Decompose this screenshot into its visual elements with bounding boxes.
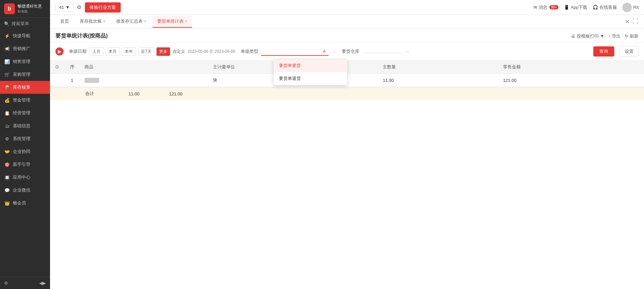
- finance-icon: 💰: [4, 98, 10, 103]
- footer-quantity: 11.00: [128, 91, 169, 96]
- export-label: 导出: [612, 33, 621, 39]
- dropdown-item-0[interactable]: 要货单要货: [273, 59, 347, 72]
- apps-icon: 🔲: [4, 175, 10, 180]
- date-custom-btn[interactable]: 自定义: [173, 49, 185, 54]
- sidebar-item-finance[interactable]: 💰 资金管理: [0, 94, 50, 107]
- logo-area: b 畅捷通好生意 标准版: [0, 0, 50, 18]
- sidebar-item-label: 畅会员: [13, 200, 26, 206]
- content-area: 要货单统计表(按商品) 🖨 按模板打印 ▼ ↑ 导出 ↻ 刷新: [50, 28, 644, 289]
- tab-order-stat-label: 要货单统计表: [157, 18, 184, 24]
- date-btn-this-year[interactable]: 本年: [122, 47, 136, 56]
- tab-order-stat-close[interactable]: ×: [185, 19, 187, 24]
- user-avatar: [622, 3, 632, 12]
- product-name-blurred: [85, 78, 99, 83]
- tab-batch-account-close[interactable]: ×: [103, 19, 105, 24]
- tab-order-stat[interactable]: 要货单统计表 ×: [152, 16, 192, 28]
- sidebar-item-quick-nav[interactable]: ⚡ 快捷导航: [0, 29, 50, 42]
- search-menu[interactable]: 🔍 搜索菜单: [0, 18, 50, 29]
- print-button[interactable]: 🖨 按模板打印 ▼: [571, 33, 604, 39]
- type-label: 单据类型: [241, 48, 258, 54]
- tab-expand-icon[interactable]: ⛶: [633, 18, 639, 25]
- type-more-icon[interactable]: ···: [333, 49, 336, 54]
- date-label: 单据日期: [69, 48, 87, 54]
- tabs-bar: 首页 库存批次账 × 收发存汇总表 × 要货单统计表 × ✕ ⛶: [50, 15, 644, 28]
- tab-home[interactable]: 首页: [55, 16, 74, 28]
- sidebar-item-label: 采购管理: [13, 71, 30, 77]
- footer-label: 合计: [54, 91, 128, 97]
- logo-text-block: 畅捷通好生意 标准版: [18, 4, 42, 14]
- sidebar-item-system[interactable]: ⚙ 系统管理: [0, 132, 50, 145]
- sidebar-item-label: 经营管理: [13, 110, 30, 116]
- row-settings-cell: [50, 74, 64, 87]
- settings-button[interactable]: 设置: [620, 46, 639, 57]
- date-btn-this-month[interactable]: 本月: [105, 47, 120, 56]
- refresh-button[interactable]: ↻ 刷新: [625, 33, 639, 39]
- sidebar-item-guide[interactable]: 🎯 新手引导: [0, 158, 50, 171]
- tab-batch-account-label: 库存批次账: [80, 18, 102, 24]
- sidebar-item-marketing[interactable]: 📢 营销推广: [0, 42, 50, 55]
- filter-expand-button[interactable]: ▶: [55, 47, 64, 55]
- bottom-collapse-icon[interactable]: ◀▶: [39, 281, 46, 286]
- tab-recv-send[interactable]: 收发存汇总表 ×: [112, 16, 151, 28]
- sidebar-item-label: 快捷导航: [13, 33, 30, 39]
- date-btn-more[interactable]: 更多: [157, 47, 170, 56]
- sidebar-item-purchase[interactable]: 🛒 采购管理: [0, 68, 50, 81]
- sidebar-item-label: 销售管理: [13, 59, 30, 65]
- row-amount-cell: 121.00: [499, 74, 644, 87]
- search-icon: 🔍: [4, 21, 9, 26]
- row-product-cell: [80, 74, 209, 87]
- table-settings-icon[interactable]: ⚙: [55, 64, 59, 70]
- warehouse-more-icon[interactable]: ···: [405, 49, 409, 54]
- warehouse-filter-group: 要货仓库 ···: [342, 48, 409, 54]
- tab-batch-account[interactable]: 库存批次账 ×: [75, 16, 110, 28]
- sidebar-item-wechat[interactable]: 💬 企业微信: [0, 184, 50, 197]
- sidebar-item-member[interactable]: 👑 畅会员: [0, 197, 50, 209]
- user-avatar-item[interactable]: Rit: [622, 3, 639, 12]
- store-selector[interactable]: 41 ▼: [55, 3, 73, 12]
- sidebar-item-operation[interactable]: 📋 经营管理: [0, 107, 50, 119]
- date-btn-7days[interactable]: 近7天: [138, 47, 154, 56]
- print-label: 按模板打印: [577, 33, 599, 39]
- message-icon: ✉: [533, 5, 537, 10]
- headset-icon: 🎧: [593, 5, 598, 10]
- sidebar-item-label: 系统管理: [13, 136, 30, 142]
- app-name: 畅捷通好生意: [18, 4, 42, 9]
- sidebar-item-enterprise[interactable]: 🤝 企业协同: [0, 145, 50, 158]
- header-settings-icon[interactable]: ⚙: [77, 4, 81, 10]
- sidebar-item-basic[interactable]: 🗂 基础信息: [0, 119, 50, 132]
- table-footer: 合计 11.00 121.00: [50, 87, 644, 100]
- row-quantity-cell: 11.00: [379, 74, 499, 87]
- purchase-icon: 🛒: [4, 72, 10, 77]
- type-input[interactable]: ∧: [261, 47, 329, 56]
- online-service-item[interactable]: 🎧 在线客服: [593, 4, 617, 10]
- date-btn-last-month[interactable]: 上月: [89, 47, 103, 56]
- trial-button[interactable]: 体验行业方案: [85, 2, 121, 13]
- store-name: 41: [59, 5, 64, 10]
- top-header: 41 ▼ ⚙ 体验行业方案 ✉ 消息 99+ 📱 App下载 🎧 在线客服 R: [50, 0, 644, 15]
- sidebar-item-sales[interactable]: 📊 销售管理: [0, 55, 50, 68]
- sidebar-item-apps[interactable]: 🔲 应用中心: [0, 171, 50, 184]
- tab-close-all-icon[interactable]: ✕: [625, 18, 630, 25]
- type-arrow-icon: ∧: [323, 48, 326, 54]
- query-button[interactable]: 查询: [593, 46, 614, 57]
- messages-item[interactable]: ✉ 消息 99+: [533, 4, 558, 10]
- col-settings: ⚙: [50, 61, 64, 74]
- export-button[interactable]: ↑ 导出: [609, 33, 621, 39]
- bottom-settings-icon[interactable]: ⚙: [4, 281, 8, 286]
- app-download-item[interactable]: 📱 App下载: [564, 4, 587, 10]
- sidebar-bottom: ⚙ ◀▶: [0, 277, 50, 289]
- app-download-label: App下载: [571, 4, 587, 10]
- dropdown-item-1[interactable]: 要货单退货: [273, 72, 347, 85]
- sidebar-item-label: 应用中心: [13, 174, 30, 180]
- enterprise-icon: 🤝: [4, 149, 10, 154]
- chevron-down-icon: ▼: [65, 5, 70, 10]
- tab-recv-send-close[interactable]: ×: [144, 19, 146, 24]
- warehouse-input[interactable]: [362, 50, 403, 53]
- col-product: 商品: [80, 61, 209, 74]
- sidebar-item-inventory[interactable]: 📦 库存核算: [0, 81, 50, 94]
- guide-icon: 🎯: [4, 162, 10, 167]
- export-icon: ↑: [609, 34, 611, 39]
- footer-amount: 121.00: [169, 91, 210, 96]
- page-container: 要货单统计表(按商品) 🖨 按模板打印 ▼ ↑ 导出 ↻ 刷新: [50, 28, 644, 289]
- sales-icon: 📊: [4, 59, 10, 64]
